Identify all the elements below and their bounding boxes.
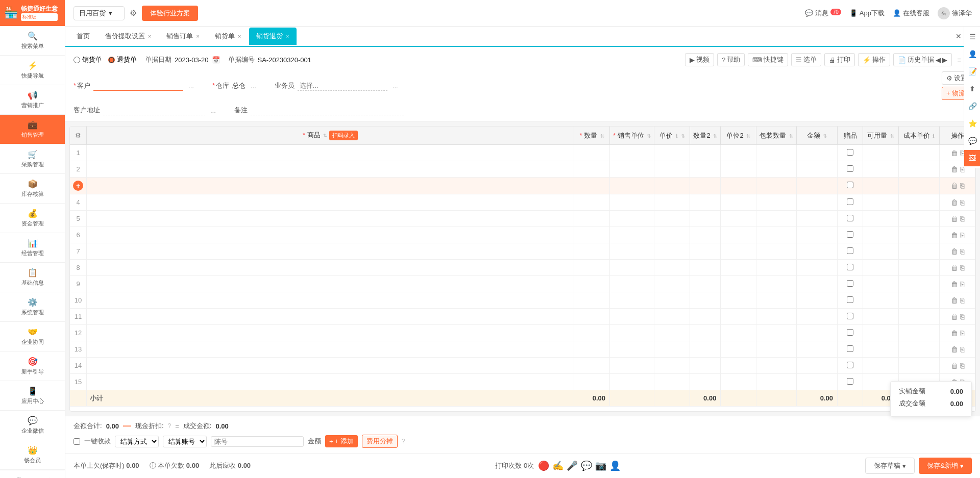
gift-checkbox[interactable] bbox=[847, 231, 853, 238]
delete-icon[interactable]: 🗑 bbox=[951, 280, 958, 288]
right-panel-icon-8[interactable]: 🖼 bbox=[964, 150, 980, 166]
shortcut-btn[interactable]: ⌨ 快捷键 bbox=[748, 53, 788, 66]
delete-icon[interactable]: 🗑 bbox=[951, 149, 958, 157]
sidebar-item-system[interactable]: ⚙️ 系统管理 bbox=[0, 292, 65, 322]
customer-ellipsis-btn[interactable]: ... bbox=[188, 82, 194, 90]
sidebar-item-inventory[interactable]: 📦 库存核算 bbox=[0, 174, 65, 204]
sidebar-item-sales[interactable]: 💼 销售管理 bbox=[0, 115, 65, 144]
price-info-icon[interactable]: ℹ bbox=[676, 133, 678, 139]
user-item[interactable]: 头 徐泽华 bbox=[938, 7, 972, 19]
right-panel-icon-7[interactable]: 💬 bbox=[964, 133, 980, 149]
unit2-sort-icon[interactable]: ⇅ bbox=[746, 133, 750, 139]
account-num-input[interactable] bbox=[211, 436, 304, 447]
video-btn[interactable]: ▶ 视频 bbox=[685, 53, 714, 66]
copy-icon[interactable]: ⎘ bbox=[960, 313, 964, 321]
tool-icon-3[interactable]: 🎤 bbox=[567, 460, 578, 471]
fee-split-button[interactable]: 费用分摊 bbox=[362, 435, 398, 448]
tab-close-icon[interactable]: × bbox=[286, 33, 289, 39]
copy-icon[interactable]: ⎘ bbox=[960, 329, 964, 337]
delete-icon[interactable]: 🗑 bbox=[951, 247, 958, 256]
radio-sales-delivery[interactable]: 销货单 bbox=[74, 55, 102, 64]
gift-checkbox[interactable] bbox=[847, 264, 853, 270]
gift-checkbox[interactable] bbox=[847, 182, 853, 188]
delete-icon[interactable]: 🗑 bbox=[951, 296, 958, 305]
tab-close-icon[interactable]: × bbox=[238, 33, 241, 39]
radio-sales-return[interactable]: 退货单 bbox=[108, 55, 137, 64]
col-gear-icon[interactable]: ⚙ bbox=[75, 132, 81, 139]
copy-icon[interactable]: ⎘ bbox=[960, 231, 964, 239]
tab-home[interactable]: 首页 bbox=[69, 28, 97, 45]
right-panel-icon-1[interactable]: ☰ bbox=[964, 29, 980, 45]
sidebar-item-enterprise[interactable]: 🤝 企业协同 bbox=[0, 322, 65, 351]
sort-icon[interactable]: ⇅ bbox=[323, 133, 327, 138]
gift-checkbox[interactable] bbox=[847, 165, 853, 172]
gift-checkbox[interactable] bbox=[847, 149, 853, 156]
unit-sort-icon[interactable]: ⇅ bbox=[647, 133, 651, 139]
price-sort-icon[interactable]: ⇅ bbox=[681, 133, 685, 139]
delete-icon[interactable]: 🗑 bbox=[951, 345, 958, 354]
copy-icon[interactable]: ⎘ bbox=[960, 280, 964, 288]
gift-checkbox[interactable] bbox=[847, 313, 853, 319]
tab-price-settings[interactable]: 售价提取设置 × bbox=[98, 28, 158, 45]
due-info-icon[interactable]: ⓘ bbox=[150, 462, 156, 469]
sidebar-item-finance[interactable]: 💰 资金管理 bbox=[0, 204, 65, 233]
tab-sales-return[interactable]: 销货退货 × bbox=[249, 28, 296, 45]
remark-input[interactable] bbox=[251, 105, 404, 115]
sidebar-item-shortcut[interactable]: ⚡ 快捷导航 bbox=[0, 56, 65, 85]
tool-icon-4[interactable]: 💬 bbox=[581, 460, 592, 471]
tab-sales-delivery[interactable]: 销货单 × bbox=[208, 28, 248, 45]
calendar-icon[interactable]: 📅 bbox=[212, 56, 220, 64]
sidebar-item-wechat[interactable]: 💬 企业微信 bbox=[0, 411, 65, 440]
right-panel-icon-2[interactable]: 👤 bbox=[964, 46, 980, 62]
gift-checkbox[interactable] bbox=[847, 247, 853, 254]
qty2-sort-icon[interactable]: ⇅ bbox=[713, 133, 717, 139]
address-input[interactable] bbox=[103, 105, 205, 115]
copy-icon[interactable]: ⎘ bbox=[960, 264, 964, 272]
cost-info-icon[interactable]: ℹ bbox=[933, 133, 935, 139]
copy-icon[interactable]: ⎘ bbox=[960, 362, 964, 370]
copy-icon[interactable]: ⎘ bbox=[960, 215, 964, 223]
copy-icon[interactable]: ⎘ bbox=[960, 182, 964, 190]
gift-checkbox[interactable] bbox=[847, 280, 853, 287]
right-panel-icon-3[interactable]: 📝 bbox=[964, 63, 980, 80]
delete-icon[interactable]: 🗑 bbox=[951, 182, 958, 190]
tool-icon-5[interactable]: 📷 bbox=[595, 460, 606, 471]
copy-icon[interactable]: ⎘ bbox=[960, 345, 964, 354]
sidebar-item-member[interactable]: 👑 畅会员 bbox=[0, 440, 65, 470]
gift-checkbox[interactable] bbox=[847, 329, 853, 336]
radio-input-return[interactable] bbox=[108, 57, 115, 63]
sidebar-item-basic[interactable]: 📋 基础信息 bbox=[0, 263, 65, 292]
add-fee-button[interactable]: + + 添加 bbox=[325, 435, 358, 447]
tab-sales-order[interactable]: 销售订单 × bbox=[159, 28, 206, 45]
tab-close-icon[interactable]: × bbox=[148, 33, 151, 39]
tool-icon-2[interactable]: ✍ bbox=[552, 460, 564, 471]
online-service-item[interactable]: 👤 在线客服 bbox=[893, 9, 929, 18]
one-click-checkbox[interactable] bbox=[74, 438, 80, 445]
copy-icon[interactable]: ⎘ bbox=[960, 296, 964, 305]
address-ellipsis-btn[interactable]: ... bbox=[210, 107, 216, 114]
tool-icon-6[interactable]: 👤 bbox=[609, 460, 621, 471]
sidebar-item-operations[interactable]: 📊 经营管理 bbox=[0, 233, 65, 263]
copy-icon[interactable]: ⎘ bbox=[960, 198, 964, 207]
gift-checkbox[interactable] bbox=[847, 198, 853, 205]
save-new-button[interactable]: 保存&新增 ▾ bbox=[919, 458, 972, 474]
sidebar-item-guide[interactable]: 🎯 新手引导 bbox=[0, 351, 65, 381]
amount-sort-icon[interactable]: ⇅ bbox=[823, 133, 827, 139]
account-method-select2[interactable]: 结算账号 bbox=[163, 436, 207, 447]
delete-icon[interactable]: 🗑 bbox=[951, 329, 958, 337]
select-btn[interactable]: ☰ 选单 bbox=[791, 53, 821, 66]
radio-input-delivery[interactable] bbox=[74, 57, 80, 63]
gift-checkbox[interactable] bbox=[847, 215, 853, 221]
gift-checkbox[interactable] bbox=[847, 296, 853, 303]
sidebar-item-apps[interactable]: 📱 应用中心 bbox=[0, 381, 65, 411]
print-btn[interactable]: 🖨 打印 bbox=[824, 53, 855, 66]
right-panel-icon-6[interactable]: ⭐ bbox=[964, 115, 980, 132]
collapse-icon[interactable]: ◀ bbox=[43, 475, 50, 478]
category-dropdown[interactable]: 日用百货 ▾ bbox=[74, 6, 125, 20]
delete-icon[interactable]: 🗑 bbox=[951, 231, 958, 239]
tab-close-icon[interactable]: × bbox=[196, 33, 199, 39]
topbar-gear-icon[interactable]: ⚙ bbox=[130, 8, 137, 18]
account-method-select[interactable]: 结算方式 bbox=[115, 436, 159, 447]
salesperson-input[interactable] bbox=[298, 81, 387, 91]
gift-checkbox[interactable] bbox=[847, 378, 853, 385]
